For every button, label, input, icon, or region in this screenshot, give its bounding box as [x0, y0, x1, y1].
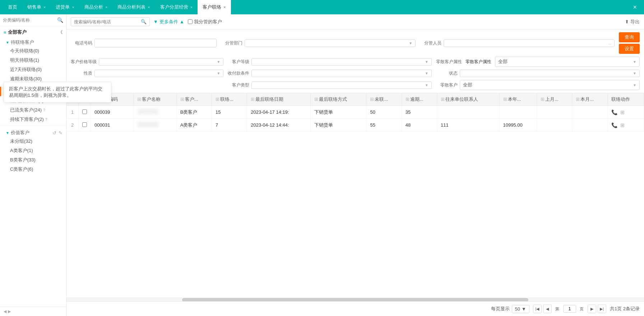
- row-select-checkbox-1[interactable]: [82, 109, 87, 114]
- per-page-value: 50: [515, 306, 520, 312]
- sidebar-item-tomorrow[interactable]: 明天待联络(1): [0, 56, 66, 65]
- row-last-contact-method-2: 下销货单: [310, 119, 366, 132]
- th-uncontacted[interactable]: ⊞未联...: [366, 93, 402, 106]
- th-level[interactable]: ⊞客户...: [176, 93, 212, 106]
- gender-select[interactable]: ▼: [94, 70, 223, 77]
- th-name[interactable]: ⊞客户名称: [134, 93, 176, 106]
- nav-item-sales[interactable]: 销售单 ×: [22, 0, 51, 14]
- right-arrow-icon[interactable]: ▶: [8, 309, 11, 314]
- nav-item-home[interactable]: 首页: [3, 0, 22, 14]
- close-icon-sales[interactable]: ×: [43, 5, 46, 9]
- row-code-1: 000039: [91, 106, 134, 119]
- last-page-button[interactable]: ▶|: [598, 305, 606, 313]
- contact-method-link-2[interactable]: 下销货单: [314, 122, 333, 128]
- close-icon-customer-contact[interactable]: ×: [223, 5, 226, 9]
- nav-label-sales: 销售单: [27, 4, 41, 10]
- nav-item-purchase[interactable]: 进货单 ×: [51, 0, 79, 14]
- retail-customer-label: 零散客户: [436, 82, 458, 88]
- horizontal-scrollbar[interactable]: [66, 298, 644, 301]
- next-page-button[interactable]: ▶: [588, 305, 596, 313]
- th-company-contact[interactable]: ⊞往来单位联系人: [437, 93, 499, 106]
- table-container: ⚙ ⊞客户编码 ⊞客户名称 ⊞客户... ⊞联络... ⊞最后联络日期 ⊞最后联…: [66, 93, 644, 298]
- retail-attr-select[interactable]: 全部 ▼: [495, 57, 640, 67]
- more-filter-button[interactable]: ▼ 更多条件 ▲: [153, 19, 184, 25]
- page-suffix: 页: [578, 305, 586, 313]
- contact-method-link-1[interactable]: 下销货单: [314, 109, 333, 115]
- settings-button[interactable]: 设置: [619, 44, 640, 54]
- my-customers-checkbox[interactable]: [188, 19, 193, 24]
- nav-item-product-list[interactable]: 商品分析列表 ×: [112, 0, 155, 14]
- close-icon-product-list[interactable]: ×: [148, 5, 150, 9]
- close-icon-customer-segment[interactable]: ×: [190, 5, 193, 9]
- branch-dept-select[interactable]: ▼: [245, 39, 416, 47]
- branch-person-select[interactable]: ...: [444, 39, 615, 47]
- th-action: 联络动作: [607, 93, 644, 106]
- payment-select[interactable]: ▼: [251, 70, 431, 77]
- nav-item-product-analysis[interactable]: 商品分析 ×: [79, 0, 112, 14]
- nav-item-customer-contact[interactable]: 客户联络 ×: [198, 0, 231, 14]
- customer-level-select[interactable]: ▼: [251, 58, 431, 66]
- price-level-select[interactable]: ▼: [99, 58, 223, 66]
- nav-item-customer-segment[interactable]: 客户分层经营 ×: [155, 0, 198, 14]
- sidebar-item-c-class[interactable]: C类客户(6): [0, 165, 66, 174]
- more-action-icon-1[interactable]: ⊞: [620, 109, 625, 115]
- export-button[interactable]: ⬆ 导出: [625, 19, 640, 25]
- per-page-select[interactable]: 50 ▼: [512, 305, 529, 313]
- th-this-month[interactable]: ⊞本月...: [572, 93, 607, 106]
- payment-arrow: ▼: [425, 71, 428, 75]
- th-last-month[interactable]: ⊞上月...: [537, 93, 572, 106]
- my-customers-checkbox-label[interactable]: 我分管的客户: [188, 19, 222, 25]
- window-close-button[interactable]: ×: [633, 4, 641, 11]
- sidebar-item-a-class[interactable]: A类客户(1): [0, 146, 66, 155]
- phone-action-icon-2[interactable]: 📞: [611, 122, 617, 128]
- more-action-icon-2[interactable]: ⊞: [620, 122, 625, 128]
- th-this-year[interactable]: ⊞本年...: [499, 93, 537, 106]
- sidebar-item-ungrouped[interactable]: 未分组(32): [0, 137, 66, 146]
- th-overdue[interactable]: ⊞逾期...: [402, 93, 437, 106]
- retail-customer-select[interactable]: 全部 ▼: [460, 80, 640, 90]
- all-customers-header[interactable]: ≡ 全部客户 《: [0, 26, 66, 37]
- customer-level-label: 客户等级: [228, 59, 249, 65]
- first-page-button[interactable]: |◀: [533, 305, 542, 313]
- filter-icon: ▼: [153, 19, 158, 24]
- filter-customer-type: 客户类型 ▼: [228, 81, 431, 89]
- row-checkbox-2: [79, 119, 91, 132]
- retail-attr-arrow: ▼: [633, 60, 636, 64]
- page-input[interactable]: [563, 305, 576, 313]
- filter-payment: 收付款条件 ▼: [228, 70, 431, 77]
- value-customer-group: ▼ 价值客户 ↺ ✎: [0, 127, 66, 137]
- filter-row-1: 电话号码 分管部门 ▼ 分管人员 ...: [71, 32, 640, 54]
- edit-icon[interactable]: ✎: [59, 130, 62, 136]
- search-box: 🔍: [71, 17, 150, 26]
- row-this-year-2: 10995.00: [499, 119, 537, 132]
- row-overdue-1: 35: [402, 106, 437, 119]
- status-select[interactable]: ▼: [460, 70, 640, 77]
- per-page-arrow: ▼: [522, 306, 526, 312]
- refresh-icon[interactable]: ↺: [52, 130, 56, 136]
- nav-label-customer-contact: 客户联络: [203, 4, 221, 10]
- th-last-contact-method[interactable]: ⊞最后联络方式: [310, 93, 366, 106]
- sidebar-search-input[interactable]: [3, 18, 57, 23]
- phone-action-icon-1[interactable]: 📞: [611, 109, 617, 115]
- th-last-contact-date[interactable]: ⊞最后联络日期: [247, 93, 311, 106]
- prev-page-button[interactable]: ◀: [543, 305, 552, 313]
- close-icon-product-analysis[interactable]: ×: [105, 5, 107, 9]
- query-button[interactable]: 查询: [619, 32, 640, 42]
- row-name-1: [134, 106, 176, 119]
- phone-input[interactable]: [94, 39, 217, 47]
- customer-type-select[interactable]: ▼: [251, 81, 431, 89]
- row-overdue-2: 48: [402, 119, 437, 132]
- footer: 每页显示 50 ▼ |◀ ◀ 第 页 ▶ ▶| 共1页 2条记录: [66, 301, 644, 316]
- search-input[interactable]: [74, 19, 141, 24]
- sidebar-item-declining[interactable]: 持续下滑客户(2) ?: [0, 115, 66, 124]
- row-last-month-2: [537, 119, 572, 132]
- sidebar-item-lost-customers[interactable]: 已流失客户(24) ?: [0, 105, 66, 115]
- close-icon-purchase[interactable]: ×: [72, 5, 74, 9]
- more-filter-label: 更多条件: [159, 19, 178, 25]
- sidebar-item-7days[interactable]: 近7天待联络(0): [0, 65, 66, 74]
- left-arrow-icon[interactable]: ◀: [4, 309, 6, 314]
- row-select-checkbox-2[interactable]: [82, 122, 87, 127]
- sidebar-item-today[interactable]: 今天待联络(0): [0, 46, 66, 56]
- th-contact-count[interactable]: ⊞联络...: [212, 93, 247, 106]
- sidebar-item-b-class[interactable]: B类客户(33): [0, 155, 66, 165]
